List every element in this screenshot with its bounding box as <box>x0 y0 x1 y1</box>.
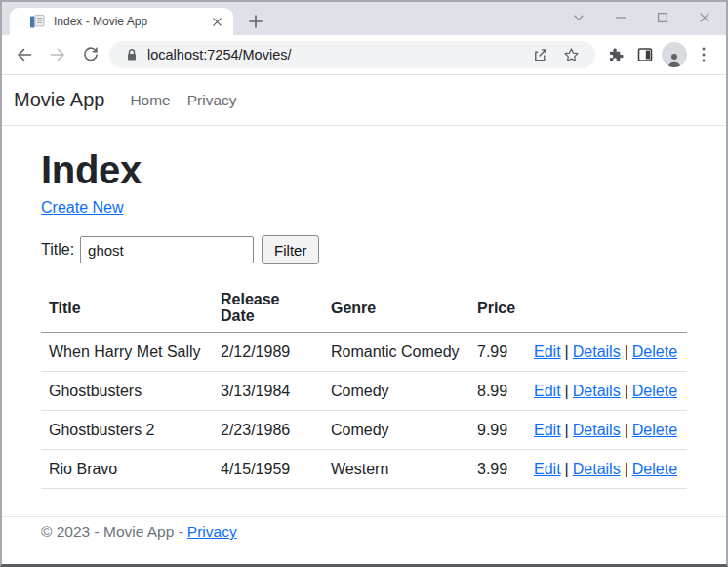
back-icon[interactable] <box>10 40 39 69</box>
title-filter-label: Title: <box>41 241 74 259</box>
table-row: Ghostbusters 3/13/1984 Comedy 8.99 Edit|… <box>41 372 687 411</box>
profile-avatar[interactable] <box>660 40 689 69</box>
filter-form: Title: Filter <box>41 235 687 264</box>
reload-icon[interactable] <box>76 40 105 69</box>
side-panel-icon[interactable] <box>630 40 660 69</box>
tab-close-icon[interactable] <box>208 13 225 30</box>
action-separator: | <box>625 461 628 477</box>
footer-privacy-link[interactable]: Privacy <box>187 523 237 540</box>
browser-tab[interactable]: Index - Movie App <box>10 8 233 35</box>
table-row: Ghostbusters 2 2/23/1986 Comedy 9.99 Edi… <box>41 411 687 450</box>
cell-release-date: 2/12/1989 <box>213 333 323 372</box>
edit-link[interactable]: Edit <box>534 422 561 438</box>
cell-title: When Harry Met Sally <box>41 333 213 372</box>
tab-title: Index - Movie App <box>54 15 208 28</box>
window-close-icon[interactable] <box>690 2 718 33</box>
cell-price: 7.99 <box>469 333 526 372</box>
url-text[interactable]: localhost:7254/Movies/ <box>147 47 521 62</box>
page-content: Movie App Home Privacy Index Create New … <box>2 75 726 564</box>
col-header-genre: Genre <box>323 286 469 333</box>
browser-window: Index - Movie App <box>0 0 728 567</box>
cell-price: 9.99 <box>469 411 526 450</box>
delete-link[interactable]: Delete <box>632 383 677 399</box>
col-header-price: Price <box>469 286 526 333</box>
details-link[interactable]: Details <box>573 461 621 477</box>
table-row: Rio Bravo 4/15/1959 Western 3.99 Edit|De… <box>41 450 687 489</box>
site-footer: © 2023 - Movie App -Privacy <box>2 516 726 547</box>
edit-link[interactable]: Edit <box>534 461 561 477</box>
cell-actions: Edit|Details|Delete <box>526 333 687 372</box>
lock-icon[interactable] <box>126 48 138 61</box>
extensions-puzzle-icon[interactable] <box>601 40 630 69</box>
site-favicon-icon <box>29 14 45 29</box>
cell-title: Rio Bravo <box>41 450 213 489</box>
action-separator: | <box>625 383 628 399</box>
cell-genre: Western <box>323 450 469 489</box>
action-separator: | <box>625 422 628 438</box>
window-controls <box>550 2 718 33</box>
col-header-actions <box>526 286 687 333</box>
cell-genre: Romantic Comedy <box>323 333 469 372</box>
cell-title: Ghostbusters 2 <box>41 411 213 450</box>
new-tab-button[interactable] <box>242 8 269 35</box>
cell-actions: Edit|Details|Delete <box>526 372 687 411</box>
cell-actions: Edit|Details|Delete <box>526 450 687 489</box>
details-link[interactable]: Details <box>573 422 621 438</box>
browser-menu-icon[interactable] <box>689 40 718 69</box>
action-separator: | <box>565 383 569 399</box>
page-title: Index <box>41 146 687 193</box>
toolbar-right-icons <box>601 40 718 69</box>
site-navbar: Movie App Home Privacy <box>2 75 726 126</box>
filter-button[interactable]: Filter <box>262 235 319 264</box>
movies-table: Title Release Date Genre Price When Harr… <box>41 286 687 489</box>
details-link[interactable]: Details <box>573 383 621 399</box>
edit-link[interactable]: Edit <box>534 344 561 360</box>
delete-link[interactable]: Delete <box>632 461 677 477</box>
col-header-release-date: Release Date <box>213 286 323 333</box>
cell-release-date: 4/15/1959 <box>213 450 323 489</box>
forward-icon[interactable] <box>43 40 72 69</box>
action-separator: | <box>565 422 569 438</box>
share-icon[interactable] <box>527 42 552 67</box>
title-filter-input[interactable] <box>80 236 254 263</box>
window-maximize-icon[interactable] <box>648 2 676 33</box>
address-bar[interactable]: localhost:7254/Movies/ <box>109 41 595 68</box>
cell-actions: Edit|Details|Delete <box>526 411 687 450</box>
cell-release-date: 2/23/1986 <box>213 411 323 450</box>
delete-link[interactable]: Delete <box>632 344 677 360</box>
col-header-title: Title <box>41 286 213 333</box>
action-separator: | <box>625 344 628 360</box>
cell-genre: Comedy <box>323 411 469 450</box>
action-separator: | <box>565 344 569 360</box>
details-link[interactable]: Details <box>573 344 621 360</box>
main-content: Index Create New Title: Filter Title Rel… <box>2 146 726 489</box>
cell-genre: Comedy <box>323 372 469 411</box>
delete-link[interactable]: Delete <box>632 422 677 438</box>
create-new-link[interactable]: Create New <box>41 199 123 217</box>
cell-price: 8.99 <box>469 372 526 411</box>
bookmark-star-icon[interactable] <box>558 42 584 67</box>
copyright-text: © 2023 - Movie App - <box>41 523 183 540</box>
window-chevron-icon[interactable] <box>564 2 592 33</box>
tab-strip: Index - Movie App <box>2 2 726 35</box>
window-minimize-icon[interactable] <box>606 2 634 33</box>
nav-link-privacy[interactable]: Privacy <box>187 92 237 109</box>
action-separator: | <box>565 461 569 477</box>
cell-price: 3.99 <box>469 450 526 489</box>
edit-link[interactable]: Edit <box>534 383 561 399</box>
table-row: When Harry Met Sally 2/12/1989 Romantic … <box>41 333 687 372</box>
brand-link[interactable]: Movie App <box>14 89 104 111</box>
table-header-row: Title Release Date Genre Price <box>41 286 687 333</box>
browser-toolbar: localhost:7254/Movies/ <box>2 35 726 75</box>
cell-title: Ghostbusters <box>41 372 213 411</box>
cell-release-date: 3/13/1984 <box>213 372 323 411</box>
nav-link-home[interactable]: Home <box>130 92 170 109</box>
